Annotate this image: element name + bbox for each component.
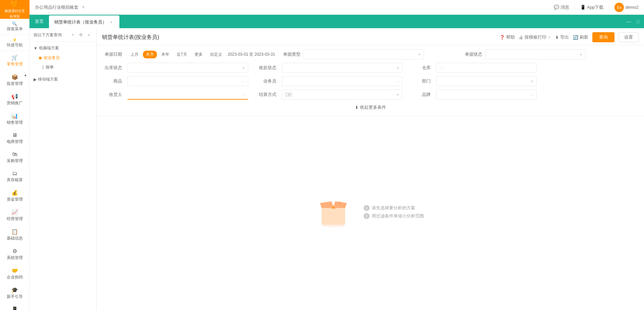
refresh-btn[interactable]: 🔄 刷新	[573, 34, 588, 40]
warehouse-dots[interactable]: ···	[439, 65, 443, 70]
tab-maximize-btn[interactable]: □	[635, 18, 641, 25]
sidebar-item-guide[interactable]: 🎓 新手引导	[0, 283, 29, 303]
sidebar-item-ecommerce[interactable]: 🖥 电商管理	[0, 129, 29, 148]
sub-item-order[interactable]: ⣿ 按单	[30, 63, 96, 72]
doc-status-select[interactable]: ▼	[485, 49, 586, 59]
left-panel-header: 按以下方案查询 + ⚙ «	[30, 28, 96, 42]
wholesale-label: 批发管理	[7, 81, 23, 87]
stock-select[interactable]: ▼	[127, 63, 248, 73]
doc-status-group: 单据状态 ▼	[462, 49, 639, 59]
payment-select[interactable]: ▼	[282, 63, 402, 73]
export-btn[interactable]: ⬇ 导出	[555, 34, 569, 40]
sidebar-item-appcenter[interactable]: 📱 应用中心	[0, 303, 29, 310]
tab-close-btn[interactable]: ×	[109, 19, 114, 25]
avatar: Ea	[614, 3, 624, 12]
consignee-input[interactable]: ···	[127, 90, 248, 100]
header-actions: ❓ 帮助 🖨 按模板打印 ▼ ⬇ 导出 🔄 刷新	[499, 32, 639, 42]
brand-select[interactable]: ···	[436, 90, 537, 100]
sidebar-item-marketing[interactable]: 📢 营销推广	[0, 90, 29, 109]
date-range-text: 2023-03-01 至 2023-03-31	[228, 52, 275, 57]
svg-point-4	[338, 201, 342, 205]
tab-active-label: 销货单统计表（按业务员）	[54, 19, 107, 25]
svg-rect-1	[322, 208, 345, 225]
goods-select[interactable]: ···	[127, 76, 248, 86]
print-btn[interactable]: 🖨 按模板打印 ▼	[519, 34, 551, 40]
hint-num-2: 2	[364, 213, 370, 219]
consignee-dots[interactable]: ···	[241, 92, 246, 97]
breadcrumb-arrow: ▼	[81, 5, 86, 10]
empty-content: 1 请先选择要分析的方案 2 用过滤条件来缩小分析范围	[317, 198, 424, 228]
sidebar-item-inventory[interactable]: 🗂 库存核算	[0, 167, 29, 186]
finance-label: 资金管理	[7, 197, 23, 202]
brand-dots[interactable]: ···	[530, 92, 534, 97]
query-button[interactable]: 查询	[592, 32, 614, 42]
collapse-btn[interactable]: ⬆ 收起更多条件	[355, 103, 386, 112]
settlement-tag-close[interactable]: ×	[288, 92, 290, 97]
dept-select[interactable]: ▼	[436, 76, 537, 86]
pc-scheme-section: ▼ 电脑端方案 按业务员 ⣿ 按单	[30, 42, 96, 73]
scheme-settings-btn[interactable]: ⚙	[77, 32, 84, 38]
sidebar-search[interactable]: 🔍 搜索菜单	[0, 19, 29, 35]
tab-home-label: 首页	[35, 18, 44, 24]
purchase-icon: 🛍	[0, 151, 29, 157]
filter-row-2: 出库状态 ▼ 收款状态 ▼ 仓库 ···	[102, 63, 639, 73]
doc-type-select[interactable]: ▼	[303, 49, 424, 59]
goods-dots[interactable]: ···	[241, 79, 245, 84]
system-label: 系统管理	[7, 255, 23, 260]
scheme-item-salesman[interactable]: 按业务员	[30, 53, 96, 63]
tab-minimize-btn[interactable]: —	[625, 18, 633, 25]
sidebar-item-wholesale[interactable]: 📦 批发管理 ▲	[0, 70, 29, 90]
mobile-section-header[interactable]: ▶ 移动端方案	[30, 74, 96, 84]
print-icon: 🖨	[519, 35, 523, 40]
sidebar-item-system[interactable]: ⚙ 系统管理	[0, 245, 29, 264]
add-scheme-btn[interactable]: +	[69, 32, 76, 38]
settings-button[interactable]: 设置	[619, 32, 639, 42]
date-more-btn[interactable]: 更多	[192, 51, 206, 58]
collapse-panel-btn[interactable]: «	[86, 32, 92, 38]
marketing-label: 营销推广	[7, 101, 23, 105]
sidebar-item-sales[interactable]: 📊 销售管理	[0, 109, 29, 129]
settlement-tag: ×	[285, 92, 292, 97]
sidebar-item-basic[interactable]: 📋 基础信息	[0, 225, 29, 245]
dept-label: 部门	[411, 78, 431, 84]
help-label: 帮助	[506, 34, 515, 40]
date-label: 单据日期	[102, 51, 122, 57]
sidebar-item-purchase[interactable]: 🛍 采购管理	[0, 148, 29, 167]
app-download-btn[interactable]: 📱 App下载	[580, 4, 603, 10]
pc-section-header[interactable]: ▼ 电脑端方案	[30, 43, 96, 53]
stock-chevron: ▼	[242, 66, 245, 70]
salesman-select[interactable]: ···	[282, 76, 402, 86]
message-btn[interactable]: 💬 消息	[554, 4, 569, 10]
user-menu[interactable]: Ea demo2	[614, 3, 639, 12]
sidebar: 🧡 畅捷通好生意 标准版 🔍 搜索菜单 ⚡ 快捷导航 🛒 零售管理 📦 批发管理…	[0, 0, 30, 310]
sidebar-item-collaboration[interactable]: 🤝 企业协同	[0, 264, 29, 283]
mobile-section-label: 移动端方案	[38, 76, 58, 82]
sidebar-quicknav[interactable]: ⚡ 快捷导航	[0, 35, 29, 51]
settlement-select[interactable]: × ▼	[282, 90, 402, 100]
date-this-month-btn[interactable]: 本月	[143, 51, 157, 58]
tab-active[interactable]: 销货单统计表（按业务员） ×	[49, 15, 119, 29]
sidebar-item-operations[interactable]: 📈 经营管理	[0, 206, 29, 225]
help-icon: ❓	[499, 35, 505, 40]
date-this-year-btn[interactable]: 本年	[158, 51, 172, 58]
search-icon: 🔍	[12, 21, 17, 26]
breadcrumb-text: 办公用品行业模拟账套	[35, 4, 78, 10]
tab-home[interactable]: 首页	[30, 15, 49, 28]
quicknav-label: 快捷导航	[7, 43, 23, 47]
date-custom-btn[interactable]: 自定义	[207, 51, 225, 58]
filter-area: 单据日期 上月 本月 本年 近7天 更多 自定义 2023-03-01 至 20…	[97, 45, 644, 116]
hint-1: 1 请先选择要分析的方案	[364, 205, 424, 211]
sidebar-item-finance[interactable]: 💰 资金管理	[0, 186, 29, 206]
warehouse-select[interactable]: ···	[436, 63, 537, 73]
purchase-label: 采购管理	[7, 158, 23, 163]
salesman-dots[interactable]: ···	[395, 79, 399, 84]
sidebar-item-retail[interactable]: 🛒 零售管理	[0, 51, 29, 70]
date-last-month-btn[interactable]: 上月	[127, 51, 142, 58]
help-btn[interactable]: ❓ 帮助	[499, 34, 515, 40]
basic-icon: 📋	[0, 228, 29, 235]
goods-label: 商品	[102, 78, 122, 84]
logo-icon: 🧡	[10, 0, 19, 8]
brand-label: 品牌	[411, 92, 431, 98]
refresh-icon: 🔄	[573, 35, 578, 40]
date-last7-btn[interactable]: 近7天	[174, 51, 190, 58]
